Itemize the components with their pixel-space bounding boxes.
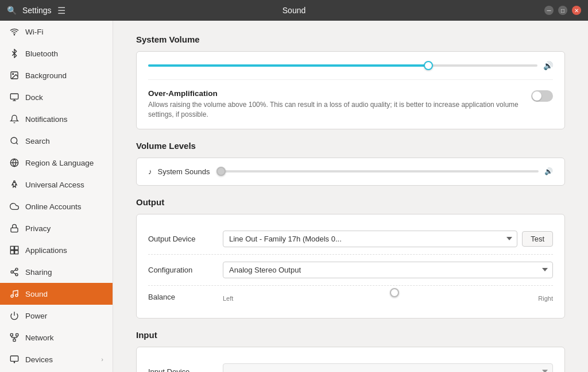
- balance-slider-thumb[interactable]: [390, 288, 399, 297]
- bell-icon: [9, 114, 20, 124]
- svg-line-20: [13, 270, 16, 271]
- sidebar-item-online-accounts[interactable]: Online Accounts: [0, 195, 113, 217]
- balance-label: Balance: [148, 293, 223, 301]
- output-device-row: Output Device Line Out - Family 17h (Mod…: [148, 224, 553, 255]
- sidebar-item-applications[interactable]: Applications: [0, 239, 113, 261]
- sidebar-label-devices: Devices: [25, 355, 95, 364]
- sidebar-label-dock: Dock: [25, 93, 103, 102]
- sidebar-item-region[interactable]: Region & Language: [0, 152, 113, 174]
- volume-slider-track[interactable]: [148, 64, 537, 67]
- svg-point-21: [11, 295, 13, 297]
- input-device-select[interactable]: [223, 363, 553, 372]
- svg-rect-3: [10, 94, 18, 99]
- sidebar-item-devices[interactable]: Devices ›: [0, 348, 113, 370]
- svg-point-10: [14, 181, 16, 182]
- balance-container: Left Right: [223, 293, 553, 302]
- balance-labels: Left Right: [223, 295, 553, 302]
- svg-rect-24: [10, 333, 13, 336]
- hamburger-icon[interactable]: ☰: [57, 5, 65, 16]
- over-amplification-title: Over-Amplification: [148, 89, 524, 98]
- sidebar-label-network: Network: [25, 333, 103, 342]
- accessibility-icon: [9, 179, 20, 190]
- sidebar: Wi-Fi Bluetooth Background Dock: [0, 21, 113, 372]
- minimize-button[interactable]: ─: [544, 6, 554, 15]
- system-sounds-label: System Sounds: [158, 167, 215, 176]
- output-device-value-row: Line Out - Family 17h (Models 0... Test: [223, 231, 553, 247]
- bluetooth-icon: [9, 48, 20, 59]
- sidebar-label-wifi: Wi-Fi: [25, 28, 103, 36]
- music-icon: [9, 289, 20, 299]
- devices-icon: [9, 354, 20, 365]
- volume-levels-card: ♪ System Sounds 🔊: [136, 158, 565, 186]
- output-config-value: Analog Stereo Output: [223, 262, 553, 278]
- sidebar-item-background[interactable]: Background: [0, 64, 113, 86]
- app-title: Settings: [22, 6, 52, 15]
- sidebar-label-background: Background: [25, 71, 103, 80]
- svg-point-2: [13, 74, 14, 75]
- balance-right-label: Right: [538, 295, 553, 302]
- sidebar-label-universal-access: Universal Access: [25, 181, 103, 189]
- svg-rect-26: [13, 339, 16, 342]
- system-volume-card: 🔊 Over-Amplification Allows raising the …: [136, 51, 565, 129]
- balance-value: Left Right: [223, 293, 553, 302]
- svg-point-16: [16, 268, 18, 270]
- sidebar-label-online-accounts: Online Accounts: [25, 202, 103, 211]
- sidebar-item-wifi[interactable]: Wi-Fi: [0, 21, 113, 43]
- svg-point-0: [14, 34, 14, 35]
- output-device-label: Output Device: [148, 235, 223, 243]
- maximize-button[interactable]: □: [558, 6, 567, 15]
- sidebar-item-sharing[interactable]: Sharing: [0, 261, 113, 283]
- background-icon: [9, 70, 20, 80]
- input-device-row: Input Device: [148, 356, 553, 372]
- sidebar-item-notifications[interactable]: Notifications: [0, 108, 113, 130]
- sidebar-item-bluetooth[interactable]: Bluetooth: [0, 43, 113, 64]
- system-sounds-slider[interactable]: [221, 170, 539, 172]
- power-icon: [9, 310, 20, 321]
- over-amplification-toggle[interactable]: [531, 90, 553, 102]
- close-button[interactable]: ✕: [572, 6, 581, 15]
- svg-rect-11: [11, 228, 18, 232]
- sidebar-label-privacy: Privacy: [25, 224, 103, 233]
- input-card: Input Device Configuration Volume: [136, 347, 565, 372]
- svg-point-6: [11, 137, 17, 144]
- svg-rect-32: [10, 356, 18, 361]
- share-icon: [9, 267, 20, 277]
- sidebar-item-dock[interactable]: Dock: [0, 86, 113, 108]
- titlebar: 🔍 Settings ☰ Sound ─ □ ✕: [0, 0, 588, 21]
- output-config-select[interactable]: Analog Stereo Output: [223, 262, 553, 278]
- input-title: Input: [136, 330, 565, 340]
- wifi-icon: [9, 26, 20, 37]
- titlebar-left: 🔍 Settings ☰: [7, 5, 65, 16]
- search-icon[interactable]: 🔍: [7, 6, 17, 15]
- sidebar-label-applications: Applications: [25, 246, 103, 255]
- output-config-row: Configuration Analog Stereo Output: [148, 255, 553, 286]
- output-config-label: Configuration: [148, 266, 223, 274]
- input-device-value: [223, 363, 553, 372]
- titlebar-controls: ─ □ ✕: [544, 6, 581, 15]
- svg-rect-25: [16, 333, 18, 336]
- volume-slider-thumb[interactable]: [424, 61, 433, 70]
- sidebar-item-search[interactable]: Search: [0, 130, 113, 152]
- sidebar-label-sharing: Sharing: [25, 268, 103, 277]
- over-amplification-text: Over-Amplification Allows raising the vo…: [148, 89, 524, 120]
- sidebar-item-network[interactable]: Network: [0, 327, 113, 348]
- sidebar-label-region: Region & Language: [25, 159, 103, 167]
- sidebar-label-bluetooth: Bluetooth: [25, 49, 103, 58]
- sidebar-label-search: Search: [25, 137, 103, 145]
- sidebar-item-power[interactable]: Power: [0, 305, 113, 327]
- volume-slider-fill: [148, 64, 428, 67]
- svg-rect-13: [15, 246, 18, 250]
- sidebar-item-privacy[interactable]: Privacy: [0, 217, 113, 239]
- note-icon: ♪: [148, 167, 152, 176]
- sidebar-item-universal-access[interactable]: Universal Access: [0, 174, 113, 195]
- svg-rect-15: [15, 251, 18, 254]
- window-title: Sound: [283, 6, 305, 15]
- test-button[interactable]: Test: [522, 231, 553, 247]
- output-device-select[interactable]: Line Out - Family 17h (Models 0...: [223, 231, 517, 247]
- sidebar-label-sound: Sound: [25, 290, 103, 298]
- volume-levels-title: Volume Levels: [136, 141, 565, 151]
- system-sounds-volume-icon: 🔊: [544, 167, 553, 175]
- sidebar-item-sound[interactable]: Sound: [0, 283, 113, 305]
- system-sounds-thumb[interactable]: [216, 167, 226, 176]
- cloud-icon: [9, 201, 20, 212]
